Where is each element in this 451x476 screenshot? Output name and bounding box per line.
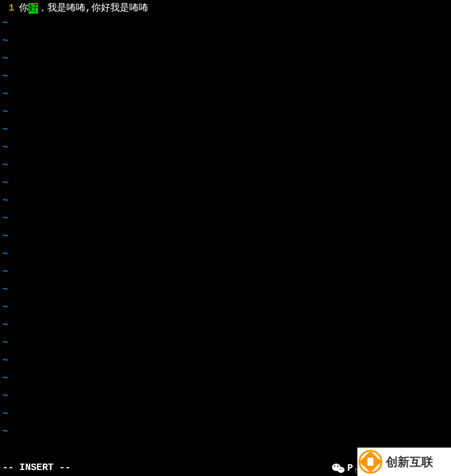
brand-text: 创新互联 [386, 454, 433, 470]
empty-line-marker: ~ [0, 14, 451, 32]
tilde-icon: ~ [2, 409, 8, 419]
text-after-cursor: ，我是咘咘,你好我是咘咘 [38, 3, 148, 14]
editor-viewport[interactable]: 1 你好，我是咘咘,你好我是咘咘 ~~~~~~~~~~~~~~~~~~~~~~~… [0, 0, 451, 459]
empty-line-marker: ~ [0, 32, 451, 50]
tilde-icon: ~ [2, 195, 8, 206]
svg-point-2 [334, 465, 335, 467]
tilde-icon: ~ [2, 320, 8, 330]
tilde-icon: ~ [2, 284, 8, 295]
watermark-letter: P [347, 463, 353, 474]
empty-line-marker: ~ [0, 50, 451, 67]
empty-line-marker: ~ [0, 121, 451, 139]
line-number: 1 [0, 2, 17, 14]
tilde-icon: ~ [2, 160, 8, 171]
cursor: 好 [28, 3, 38, 14]
empty-line-marker: ~ [0, 352, 451, 369]
empty-line-marker: ~ [0, 174, 451, 192]
svg-point-4 [340, 469, 341, 470]
tilde-icon: ~ [2, 391, 8, 401]
svg-point-3 [337, 465, 338, 467]
empty-line-marker: ~ [0, 210, 451, 227]
empty-line-marker: ~ [0, 298, 451, 316]
tilde-icon: ~ [2, 107, 8, 117]
empty-line-marker: ~ [0, 227, 451, 245]
empty-line-marker: ~ [0, 67, 451, 85]
brand-logo-icon [359, 450, 382, 474]
wechat-watermark: P [332, 463, 353, 474]
tilde-icon: ~ [2, 337, 8, 348]
wechat-icon [332, 463, 345, 474]
tilde-icon: ~ [2, 142, 8, 153]
text-line[interactable]: 1 你好，我是咘咘,你好我是咘咘 [0, 2, 451, 14]
text-before-cursor: 你 [19, 3, 28, 14]
empty-line-marker: ~ [0, 103, 451, 121]
empty-line-marker: ~ [0, 316, 451, 334]
brand-watermark: 创新互联 [357, 448, 451, 476]
tilde-icon: ~ [2, 213, 8, 224]
line-content[interactable]: 你好，我是咘咘,你好我是咘咘 [17, 2, 148, 14]
tilde-icon: ~ [2, 18, 8, 28]
empty-line-marker: ~ [0, 156, 451, 174]
tilde-icon: ~ [2, 124, 8, 135]
tilde-icon: ~ [2, 178, 8, 188]
empty-line-marker: ~ [0, 369, 451, 387]
empty-line-marker: ~ [0, 192, 451, 210]
empty-line-marker: ~ [0, 139, 451, 156]
empty-line-marker: ~ [0, 334, 451, 352]
tilde-icon: ~ [2, 355, 8, 366]
tilde-icon: ~ [2, 89, 8, 99]
empty-line-marker: ~ [0, 423, 451, 440]
tilde-icon: ~ [2, 36, 8, 46]
empty-line-marker: ~ [0, 281, 451, 298]
tilde-icon: ~ [2, 231, 8, 242]
empty-line-marker: ~ [0, 85, 451, 103]
tilde-icon: ~ [2, 53, 8, 64]
tilde-icon: ~ [2, 266, 8, 277]
empty-line-marker: ~ [0, 387, 451, 405]
mode-indicator: -- INSERT -- [2, 462, 71, 473]
empty-line-marker: ~ [0, 405, 451, 423]
tilde-icon: ~ [2, 373, 8, 384]
empty-line-marker: ~ [0, 245, 451, 263]
tilde-icon: ~ [2, 249, 8, 259]
svg-point-5 [341, 469, 343, 470]
empty-line-marker: ~ [0, 263, 451, 281]
tilde-icon: ~ [2, 426, 8, 437]
tilde-icon: ~ [2, 302, 8, 313]
tilde-icon: ~ [2, 71, 8, 82]
svg-point-1 [338, 467, 345, 473]
